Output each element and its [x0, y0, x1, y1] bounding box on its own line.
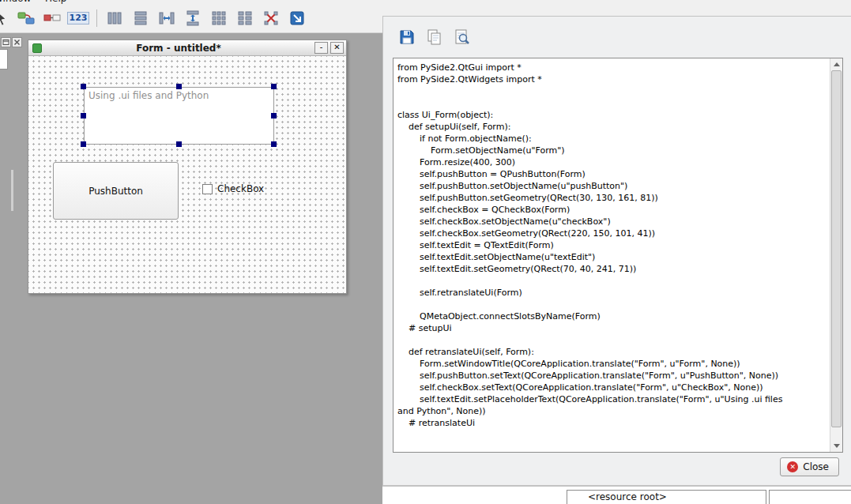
selection-handle[interactable]: [81, 113, 86, 118]
selection-handle[interactable]: [271, 113, 277, 118]
layout-vertical-button[interactable]: [131, 9, 150, 28]
textedit-widget[interactable]: Using .ui files and Python: [84, 87, 274, 145]
vertical-splitter-icon: [184, 9, 201, 27]
arrow-up-icon: [834, 62, 840, 66]
copy-icon: [425, 28, 444, 47]
code-dialog-toolbar: [397, 28, 472, 47]
form-window-titlebar[interactable]: Form - untitled* - ✕: [28, 40, 346, 56]
checkbox-widget[interactable]: CheckBox: [202, 183, 264, 194]
edit-widgets-button[interactable]: [0, 9, 9, 28]
cursor-icon: [0, 9, 9, 27]
signals-slots-icon: [17, 9, 35, 27]
code-preview-dialog: from PySide2.QtGui import * from PySide2…: [382, 16, 851, 486]
minimize-button[interactable]: -: [314, 42, 328, 54]
selection-handle[interactable]: [81, 84, 86, 89]
save-icon: [397, 28, 416, 47]
layout-horizontal-button[interactable]: [105, 9, 124, 28]
break-layout-button[interactable]: [262, 9, 281, 28]
form-canvas[interactable]: Using .ui files and Python PushButton Ch…: [28, 56, 346, 293]
tab-order-icon: 123: [67, 12, 90, 24]
float-icon: [2, 38, 10, 47]
break-layout-icon: [262, 9, 280, 27]
code-text[interactable]: from PySide2.QtGui import * from PySide2…: [394, 59, 829, 451]
form-layout-icon: [236, 9, 254, 27]
selection-handle[interactable]: [176, 141, 182, 147]
checkbox-label: CheckBox: [217, 183, 264, 194]
resource-root-label: <resource root>: [588, 491, 667, 502]
resource-root-item[interactable]: <resource root>: [567, 490, 766, 504]
edit-signals-slots-button[interactable]: [17, 9, 36, 28]
layout-form-button[interactable]: [235, 9, 254, 28]
close-button[interactable]: ✕: [330, 42, 344, 54]
scroll-up-button[interactable]: [830, 58, 842, 70]
resource-side-panel: [769, 490, 851, 504]
grid-layout-icon: [210, 9, 228, 27]
form-window-title: Form - untitled*: [45, 43, 312, 54]
adjust-size-button[interactable]: [288, 9, 307, 28]
horizontal-splitter-icon: [158, 9, 175, 27]
close-icon: [13, 38, 21, 47]
close-button-label: Close: [803, 461, 829, 472]
vertical-layout-icon: [132, 9, 149, 27]
selection-handle[interactable]: [271, 141, 277, 147]
selection-handle[interactable]: [81, 141, 86, 147]
dock-close-button[interactable]: [12, 37, 22, 47]
scroll-down-button[interactable]: [830, 440, 842, 452]
mdi-area: Form - untitled* - ✕ Using .ui files and…: [0, 33, 382, 504]
qt-designer-screen: Window Help 123: [0, 0, 851, 504]
dialog-close-button[interactable]: Close: [780, 457, 839, 476]
edit-buddies-button[interactable]: [43, 9, 62, 28]
layout-splitter-horizontal-button[interactable]: [157, 9, 176, 28]
selection-handle[interactable]: [176, 84, 182, 89]
selection-handle[interactable]: [271, 84, 277, 89]
buddies-icon: [43, 9, 61, 27]
find-button[interactable]: [453, 28, 472, 47]
layout-splitter-vertical-button[interactable]: [183, 9, 202, 28]
checkbox-indicator[interactable]: [202, 184, 213, 194]
code-scrollbar[interactable]: [830, 58, 842, 452]
arrow-down-icon: [834, 444, 840, 448]
save-button[interactable]: [397, 28, 416, 47]
horizontal-layout-icon: [106, 9, 123, 27]
form-window-icon: [32, 43, 42, 53]
edit-tab-order-button[interactable]: 123: [69, 9, 88, 28]
toolbar-separator: [96, 9, 97, 27]
form-designer-window: Form - untitled* - ✕ Using .ui files and…: [28, 39, 347, 294]
panel-scrollbar-fragment[interactable]: [11, 170, 13, 211]
code-view-frame: from PySide2.QtGui import * from PySide2…: [393, 58, 843, 453]
adjust-size-icon: [288, 9, 306, 27]
widgetbox-filter-fragment[interactable]: [0, 49, 8, 70]
find-icon: [453, 28, 472, 47]
dock-float-button[interactable]: [1, 37, 11, 47]
layout-grid-button[interactable]: [209, 9, 228, 28]
close-circle-icon: [787, 461, 798, 472]
scrollbar-thumb[interactable]: [831, 70, 842, 427]
bottom-panels: <resource root>: [382, 486, 851, 504]
pushbutton-widget[interactable]: PushButton: [53, 162, 179, 220]
copy-button[interactable]: [425, 28, 444, 47]
